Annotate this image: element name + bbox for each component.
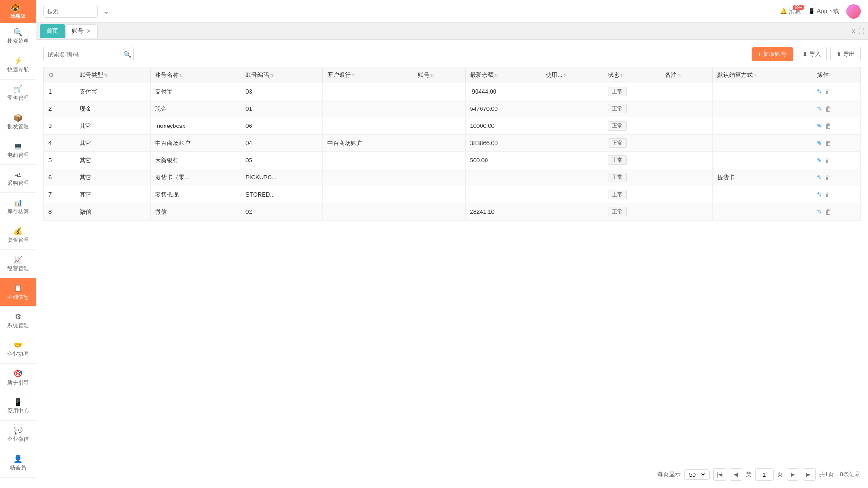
cell-balance: 547670.00 [465, 100, 541, 117]
col-header-status[interactable]: 状态⇅ [603, 67, 660, 83]
page-next-button[interactable]: ▶ [787, 468, 799, 481]
edit-button[interactable]: ✎ [817, 140, 822, 147]
wholesale-icon: 📦 [2, 113, 34, 122]
sidebar-item-retail[interactable]: 🛒零售管理 [0, 80, 36, 108]
col-header-usage[interactable]: 使用...⇅ [541, 67, 603, 83]
col-header-default_payment[interactable]: 默认结算方式⇅ [712, 67, 812, 83]
sidebar-item-search-menu[interactable]: 🔍搜索菜单 [0, 23, 36, 51]
import-label: 导入 [809, 50, 821, 58]
tab-home[interactable]: 首页 [40, 24, 65, 38]
cell-status: 正常 [603, 100, 660, 117]
cell-usage [541, 169, 603, 186]
col-header-balance[interactable]: 最新余额⇅ [465, 67, 541, 83]
operations-label: 经营管理 [2, 265, 34, 272]
edit-button[interactable]: ✎ [817, 191, 822, 198]
cell-status: 正常 [603, 135, 660, 152]
cell-action: ✎ 🗑 [812, 135, 860, 152]
export-button[interactable]: ⬆ 导出 [830, 47, 861, 61]
add-account-button[interactable]: + 新增账号 [752, 47, 793, 61]
delete-button[interactable]: 🗑 [825, 174, 831, 181]
message-icon: 🔔 [780, 8, 787, 14]
page-prev-button[interactable]: ◀ [730, 468, 742, 481]
search-menu-icon: 🔍 [2, 28, 34, 37]
cell-status: 正常 [603, 203, 660, 221]
search-input[interactable] [47, 51, 123, 58]
top-search-input[interactable] [43, 5, 98, 18]
cell-type: 其它 [75, 152, 151, 169]
page-number-input[interactable] [755, 468, 774, 481]
enterprise-agreement-label: 企业协同 [2, 350, 34, 358]
delete-button[interactable]: 🗑 [825, 140, 831, 147]
cell-bank [323, 169, 413, 186]
tab-close-icon[interactable]: ✕ [86, 28, 91, 34]
sidebar-item-enterprise-agreement[interactable]: 🤝企业协同 [0, 335, 36, 364]
operations-icon: 📈 [2, 255, 34, 264]
app-download-link[interactable]: 📱 App下载 [808, 7, 839, 15]
sidebar-item-operations[interactable]: 📈经营管理 [0, 250, 36, 278]
sidebar-item-wholesale[interactable]: 📦批发管理 [0, 108, 36, 136]
quick-nav-label: 快捷导航 [2, 66, 34, 74]
delete-button[interactable]: 🗑 [825, 191, 831, 198]
dropdown-button[interactable]: ⌄ [103, 7, 109, 15]
page-last-button[interactable]: ▶| [803, 468, 816, 481]
delete-button[interactable]: 🗑 [825, 208, 831, 216]
sidebar-item-ecommerce[interactable]: 💻电商管理 [0, 136, 36, 165]
cell-balance: 500.00 [465, 152, 541, 169]
col-header-code[interactable]: 账号编码⇅ [241, 67, 323, 83]
page-size-select[interactable]: 50 100 200 [688, 471, 707, 479]
cell-no: 6 [44, 169, 75, 186]
finance-icon: 💰 [2, 227, 34, 235]
sidebar-item-inventory[interactable]: 📊库存核算 [0, 193, 36, 221]
delete-button[interactable]: 🗑 [825, 157, 831, 164]
cell-name: 微信 [151, 203, 241, 221]
col-header-type[interactable]: 账号类型⇅ [75, 67, 151, 83]
edit-button[interactable]: ✎ [817, 122, 822, 130]
cell-action: ✎ 🗑 [812, 186, 860, 203]
sidebar-item-member[interactable]: 👤畅会员 [0, 449, 36, 478]
sidebar-item-finance[interactable]: 💰资金管理 [0, 221, 36, 250]
col-header-account[interactable]: 账号⇅ [413, 67, 465, 83]
cell-type: 现金 [75, 100, 151, 117]
cell-action: ✎ 🗑 [812, 203, 860, 221]
sidebar-item-purchase[interactable]: 🛍采购管理 [0, 165, 36, 193]
cell-type: 其它 [75, 186, 151, 203]
beginner-guide-label: 新手引导 [2, 379, 34, 386]
sidebar-item-system[interactable]: ⚙系统管理 [0, 307, 36, 335]
col-header-remark[interactable]: 备注⇅ [660, 67, 712, 83]
import-button[interactable]: ⬇ 导入 [797, 47, 827, 61]
edit-button[interactable]: ✎ [817, 88, 822, 95]
delete-button[interactable]: 🗑 [825, 122, 831, 130]
status-badge: 正常 [608, 121, 627, 131]
close-window-button[interactable]: ✕ [851, 28, 856, 35]
edit-button[interactable]: ✎ [817, 157, 822, 164]
edit-button[interactable]: ✎ [817, 208, 822, 216]
settings-icon[interactable]: ⚙ [48, 71, 54, 79]
maximize-window-button[interactable]: ⛶ [858, 28, 864, 35]
edit-button[interactable]: ✎ [817, 105, 822, 113]
sidebar-item-quick-nav[interactable]: ⚡快捷导航 [0, 51, 36, 80]
sidebar-item-beginner-guide[interactable]: 🎯新手引导 [0, 364, 36, 392]
delete-button[interactable]: 🗑 [825, 88, 831, 95]
user-avatar[interactable] [846, 4, 861, 19]
delete-button[interactable]: 🗑 [825, 105, 831, 113]
page-first-button[interactable]: |◀ [713, 468, 726, 481]
edit-button[interactable]: ✎ [817, 174, 822, 181]
col-header-bank[interactable]: 开户银行⇅ [323, 67, 413, 83]
cell-default_payment [712, 186, 812, 203]
cell-bank [323, 100, 413, 117]
cell-usage [541, 83, 603, 100]
sort-icon-code: ⇅ [270, 73, 274, 78]
cell-usage [541, 186, 603, 203]
sidebar-item-basic-info[interactable]: 📋基础信息 [0, 278, 36, 307]
status-badge: 正常 [608, 104, 627, 113]
cell-no: 2 [44, 100, 75, 117]
col-header-name[interactable]: 账号名称⇅ [151, 67, 241, 83]
sidebar-item-enterprise-wechat[interactable]: 💬企业微信 [0, 421, 36, 449]
sidebar-item-app-center[interactable]: 📱应用中心 [0, 392, 36, 421]
message-button[interactable]: 🔔 消息 99+ [780, 7, 801, 15]
app-center-label: 应用中心 [2, 407, 34, 415]
cell-default_payment [712, 100, 812, 117]
tab-account[interactable]: 账号 ✕ [65, 24, 98, 38]
page-size-selector[interactable]: 50 100 200 [684, 469, 710, 480]
cell-default_payment [712, 83, 812, 100]
